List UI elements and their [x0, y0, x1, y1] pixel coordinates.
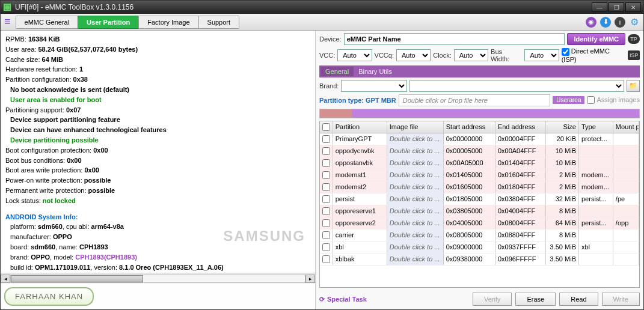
- cell-mount: [613, 181, 639, 193]
- tab-support[interactable]: Support: [198, 16, 240, 29]
- userarea-chip[interactable]: Userarea: [553, 96, 584, 104]
- minimize-button[interactable]: —: [592, 2, 607, 12]
- info-pane: RPMB: 16384 KiB User area: 58.24 GiB(62,…: [1, 31, 315, 273]
- cell-imagefile[interactable]: Double click to ...: [387, 169, 444, 181]
- col-imagefile[interactable]: Image file: [387, 121, 444, 133]
- cell-imagefile[interactable]: Double click to ...: [387, 157, 444, 169]
- maximize-button[interactable]: ❐: [609, 2, 624, 12]
- cell-end: 0x01804FFF: [495, 181, 546, 193]
- table-row[interactable]: PrimaryGPTDouble click to ...0x000000000…: [320, 133, 639, 145]
- gear-icon[interactable]: ⚙: [629, 17, 640, 28]
- cell-imagefile[interactable]: Double click to ...: [387, 217, 444, 229]
- watermark-label: FARHAAN KHAN: [4, 287, 94, 306]
- col-mount[interactable]: Mount p: [613, 121, 639, 133]
- globe-icon[interactable]: ◉: [586, 17, 596, 28]
- special-task-link[interactable]: ⟳Special Task: [319, 296, 367, 303]
- table-row[interactable]: opporeserve2Double click to ...0x0400500…: [320, 217, 639, 229]
- scroll-left-arrow[interactable]: ◂: [1, 275, 10, 283]
- download-icon[interactable]: ⬇: [600, 17, 611, 28]
- cell-partition: oppodycnvbk: [333, 145, 387, 157]
- drop-area[interactable]: Double click or Drop file here: [399, 94, 551, 106]
- col-type[interactable]: Type: [579, 121, 613, 133]
- tab-factory-image[interactable]: Factory Image: [138, 16, 198, 29]
- col-start[interactable]: Start address: [444, 121, 495, 133]
- row-checkbox[interactable]: [322, 135, 330, 143]
- cell-imagefile[interactable]: Double click to ...: [387, 229, 444, 241]
- col-end[interactable]: End address: [495, 121, 546, 133]
- cell-size: 20 KiB: [546, 133, 579, 145]
- table-row[interactable]: oppostanvbkDouble click to ...0x00A05000…: [320, 157, 639, 169]
- buswidth-select[interactable]: Auto: [524, 49, 559, 61]
- row-checkbox[interactable]: [322, 171, 330, 179]
- read-button[interactable]: Read: [559, 293, 598, 306]
- clock-select[interactable]: Auto: [454, 49, 488, 61]
- direct-emmc-checkbox[interactable]: Direct eMMC (ISP): [562, 47, 626, 63]
- cell-imagefile[interactable]: Double click to ...: [387, 254, 444, 265]
- model-select[interactable]: [409, 80, 624, 92]
- cell-start: 0x00A05000: [444, 157, 495, 169]
- cell-size: 2 MiB: [546, 181, 579, 193]
- cell-start: 0x09380000: [444, 254, 495, 265]
- row-checkbox[interactable]: [322, 219, 330, 227]
- folder-icon[interactable]: 📁: [627, 80, 640, 92]
- table-row[interactable]: modemst2Double click to ...0x016050000x0…: [320, 181, 639, 193]
- tp-chip[interactable]: TP: [628, 34, 640, 44]
- verify-button[interactable]: Verify: [473, 293, 512, 306]
- erase-button[interactable]: Erase: [515, 293, 556, 306]
- table-row[interactable]: oppodycnvbkDouble click to ...0x00005000…: [320, 145, 639, 157]
- close-button[interactable]: ✕: [625, 2, 641, 12]
- brand-select[interactable]: [341, 80, 407, 92]
- subtab-general[interactable]: General: [320, 67, 354, 76]
- cell-size: 3.50 MiB: [546, 242, 579, 253]
- row-checkbox[interactable]: [322, 147, 330, 155]
- cell-imagefile[interactable]: Double click to ...: [387, 181, 444, 193]
- assign-images-checkbox[interactable]: Assign images: [587, 96, 640, 105]
- tab-user-partition[interactable]: User Partition: [78, 16, 139, 29]
- cell-imagefile[interactable]: Double click to ...: [387, 145, 444, 157]
- row-checkbox[interactable]: [322, 159, 330, 167]
- cell-imagefile[interactable]: Double click to ...: [387, 242, 444, 253]
- row-checkbox[interactable]: [322, 195, 330, 203]
- table-row[interactable]: opporeserve1Double click to ...0x0380500…: [320, 205, 639, 217]
- vcc-select[interactable]: Auto: [337, 49, 372, 61]
- tab-emmc-general[interactable]: eMMC General: [16, 16, 79, 29]
- col-partition[interactable]: Partition: [333, 121, 387, 133]
- select-all-checkbox[interactable]: [322, 123, 330, 131]
- row-checkbox[interactable]: [322, 243, 330, 251]
- col-size[interactable]: Size: [546, 121, 579, 133]
- cell-imagefile[interactable]: Double click to ...: [387, 193, 444, 205]
- row-checkbox[interactable]: [322, 207, 330, 215]
- cell-type: [579, 145, 613, 157]
- cell-imagefile[interactable]: Double click to ...: [387, 133, 444, 145]
- table-row[interactable]: xblDouble click to ...0x090000000x0937FF…: [320, 242, 639, 254]
- write-button[interactable]: Write: [602, 293, 640, 306]
- cell-mount: /pe: [613, 193, 639, 205]
- device-name-input[interactable]: [344, 33, 565, 45]
- window-title: UFI[#0] - eMMC ToolBox v1.3.0.1156: [15, 3, 133, 11]
- cell-end: 0x00004FFF: [495, 133, 546, 145]
- menu-icon[interactable]: ≡: [4, 16, 11, 28]
- cell-mount: /opp: [613, 217, 639, 229]
- table-row[interactable]: carrierDouble click to ...0x080050000x08…: [320, 229, 639, 242]
- partition-map-bar: [319, 109, 640, 118]
- row-checkbox[interactable]: [322, 183, 330, 191]
- table-row[interactable]: persistDouble click to ...0x018050000x03…: [320, 193, 639, 205]
- cell-end: 0x08804FFF: [495, 229, 546, 241]
- cell-type: [579, 229, 613, 241]
- subtab-binary-utils[interactable]: Binary Utils: [354, 67, 397, 76]
- cell-end: 0x096FFFFF: [495, 254, 546, 265]
- row-checkbox[interactable]: [322, 231, 330, 239]
- table-row[interactable]: xblbakDouble click to ...0x093800000x096…: [320, 254, 639, 266]
- cell-end: 0x08004FFF: [495, 217, 546, 229]
- info-hscroll[interactable]: ◂ ▸: [1, 273, 315, 284]
- isp-chip[interactable]: ISP: [628, 50, 640, 60]
- table-row[interactable]: modemst1Double click to ...0x014050000x0…: [320, 169, 639, 181]
- cell-imagefile[interactable]: Double click to ...: [387, 205, 444, 217]
- vccq-select[interactable]: Auto: [396, 49, 431, 61]
- identify-emmc-button[interactable]: Identify eMMC: [567, 33, 625, 45]
- info-icon[interactable]: i: [615, 17, 625, 28]
- cell-size: 10 MiB: [546, 145, 579, 157]
- scroll-right-arrow[interactable]: ▸: [305, 275, 315, 283]
- cell-type: [579, 254, 613, 265]
- row-checkbox[interactable]: [322, 255, 330, 263]
